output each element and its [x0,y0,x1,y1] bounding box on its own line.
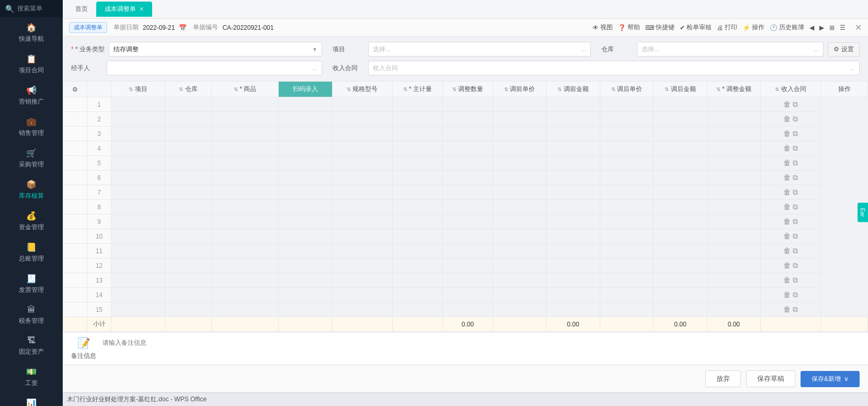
th-income-contract[interactable]: ⇅ 收入合同 [761,82,821,97]
cell-data-9-0[interactable] [111,215,165,229]
history-action[interactable]: 🕐 历史账簿 [770,23,804,32]
cell-data-13-9[interactable] [600,273,653,288]
cell-data-10-6[interactable] [442,229,493,244]
th-amount-before[interactable]: ⇅ 调前金额 [546,82,600,97]
cell-data-14-4[interactable] [332,288,392,302]
cell-data-9-5[interactable] [392,215,442,229]
cell-data-6-8[interactable] [546,171,600,185]
cell-data-15-1[interactable] [165,302,212,317]
cell-data-2-5[interactable] [392,112,442,127]
copy-icon-1[interactable]: ⧉ [793,100,798,109]
cell-data-4-2[interactable] [212,141,279,156]
sidebar-item-project-contract[interactable]: 📋 项目合同 [0,49,63,80]
cell-data-15-10[interactable] [654,302,707,317]
cell-data-12-7[interactable] [493,258,546,273]
delete-icon-2[interactable]: 🗑 [783,115,791,123]
cell-data-8-7[interactable] [493,200,546,215]
print-action[interactable]: 🖨 打印 [717,23,737,32]
cell-data-14-1[interactable] [165,288,212,302]
th-project[interactable]: ⇅ 项目 [111,82,165,97]
sidebar-item-sales-promo[interactable]: 📢 营销推广 [0,80,63,111]
delete-icon-5[interactable]: 🗑 [783,159,791,167]
cell-data-14-2[interactable] [212,288,279,302]
sidebar-search[interactable]: 🔍 搜索菜单 [0,0,63,17]
cell-data-10-3[interactable] [279,229,332,244]
cell-data-4-9[interactable] [600,141,653,156]
cell-data-10-2[interactable] [212,229,279,244]
cell-data-4-8[interactable] [546,141,600,156]
delete-icon-7[interactable]: 🗑 [783,188,791,197]
side-badge[interactable]: Ear [858,202,868,222]
cell-data-1-2[interactable] [212,97,279,112]
cell-data-6-9[interactable] [600,171,653,185]
cell-data-2-7[interactable] [493,112,546,127]
cell-data-9-4[interactable] [332,215,392,229]
cell-data-10-5[interactable] [392,229,442,244]
sidebar-item-invoice[interactable]: 🧾 发票管理 [0,268,63,300]
cell-data-8-2[interactable] [212,200,279,215]
cell-data-14-11[interactable] [707,288,760,302]
cell-data-7-11[interactable] [707,185,760,200]
cell-data-9-2[interactable] [212,215,279,229]
cell-data-14-7[interactable] [493,288,546,302]
cell-data-13-5[interactable] [392,273,442,288]
nav-next-btn[interactable]: ▶ [819,24,824,31]
cell-data-13-10[interactable] [654,273,707,288]
delete-icon-14[interactable]: 🗑 [783,290,791,299]
cell-data-12-8[interactable] [546,258,600,273]
warehouse-input[interactable]: 选择... ... [637,42,824,57]
cell-data-1-8[interactable] [546,97,600,112]
cell-data-4-3[interactable] [279,141,332,156]
cell-data-1-4[interactable] [332,97,392,112]
cell-data-12-1[interactable] [165,258,212,273]
delete-icon-6[interactable]: 🗑 [783,173,791,182]
cell-data-8-1[interactable] [165,200,212,215]
cell-data-9-8[interactable] [546,215,600,229]
cell-data-12-6[interactable] [442,258,493,273]
income-contract-input[interactable]: 收入合同 ... [368,61,860,75]
sidebar-item-fixed-assets[interactable]: 🏗 固定资产 [0,331,63,362]
th-price-before[interactable]: ⇅ 调前单价 [493,82,546,97]
cell-data-8-3[interactable] [279,200,332,215]
cell-data-3-7[interactable] [493,127,546,141]
save-draft-button[interactable]: 保存草稿 [746,370,795,387]
cell-data-14-6[interactable] [442,288,493,302]
th-adjust[interactable]: ⇅ * 调整金额 [707,82,760,97]
cell-data-5-1[interactable] [165,156,212,171]
cell-data-13-7[interactable] [493,273,546,288]
cell-data-11-0[interactable] [111,244,165,258]
cell-data-4-0[interactable] [111,141,165,156]
th-scan[interactable]: 扫码录入 [279,82,332,97]
cell-data-12-3[interactable] [279,258,332,273]
cell-data-10-4[interactable] [332,229,392,244]
cell-data-13-6[interactable] [442,273,493,288]
cell-data-6-11[interactable] [707,171,760,185]
th-price-after[interactable]: ⇅ 调后单价 [600,82,653,97]
copy-icon-2[interactable]: ⧉ [793,115,798,123]
delete-icon-8[interactable]: 🗑 [783,202,791,211]
tab-close-icon[interactable]: ✕ [139,6,144,13]
sidebar-item-inventory[interactable]: 📦 库存核算 [0,174,63,206]
cell-data-5-0[interactable] [111,156,165,171]
copy-icon-10[interactable]: ⧉ [793,232,798,241]
cell-data-8-10[interactable] [654,200,707,215]
view-grid-icon[interactable]: ⊞ [829,24,835,31]
cell-data-8-8[interactable] [546,200,600,215]
cell-data-12-5[interactable] [392,258,442,273]
cell-data-2-0[interactable] [111,112,165,127]
delete-icon-1[interactable]: 🗑 [783,100,791,109]
cell-data-10-10[interactable] [654,229,707,244]
sidebar-item-quick-nav[interactable]: 🏠 快速导航 [0,17,63,49]
cell-data-3-4[interactable] [332,127,392,141]
cell-data-9-9[interactable] [600,215,653,229]
sidebar-item-tax[interactable]: 🏛 税务管理 [0,300,63,331]
cell-data-11-8[interactable] [546,244,600,258]
cell-data-14-10[interactable] [654,288,707,302]
cell-data-13-11[interactable] [707,273,760,288]
sidebar-item-finance[interactable]: 💰 资金管理 [0,206,63,237]
list-view-icon[interactable]: ☰ [840,24,846,31]
delete-icon-15[interactable]: 🗑 [783,305,791,314]
cell-data-3-9[interactable] [600,127,653,141]
copy-icon-13[interactable]: ⧉ [793,276,798,285]
biz-type-input[interactable]: 结存调整 ▼ [109,42,322,57]
